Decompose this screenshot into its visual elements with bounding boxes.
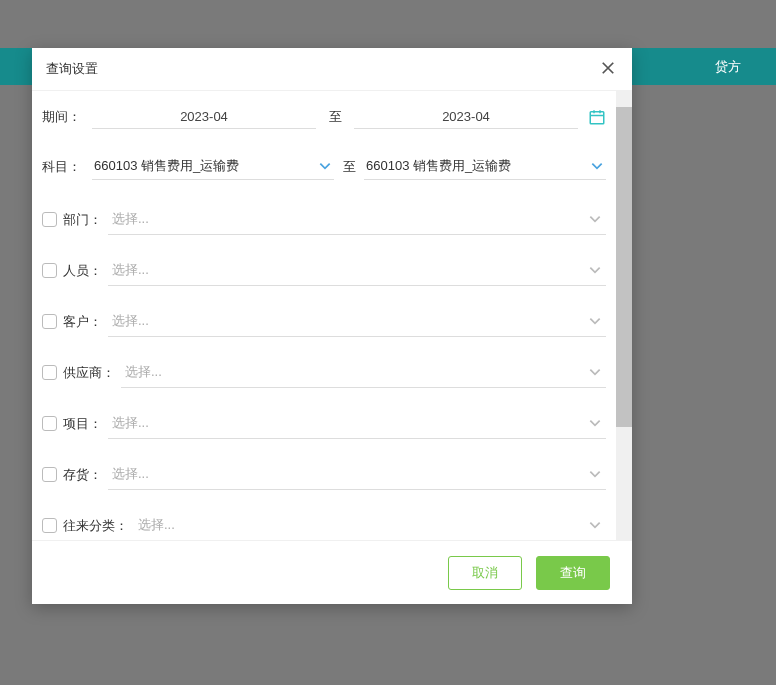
subject-from-select[interactable]: 660103 销售费用_运输费: [92, 153, 334, 180]
chevron-down-icon: [588, 467, 602, 481]
period-from-input[interactable]: 2023-04: [92, 105, 316, 129]
chevron-down-icon: [588, 212, 602, 226]
period-to-label: 至: [316, 108, 354, 126]
filter-select[interactable]: 选择...: [108, 204, 606, 235]
query-button[interactable]: 查询: [536, 556, 610, 590]
subject-to-label: 至: [334, 158, 364, 176]
filter-select[interactable]: 选择...: [134, 510, 606, 540]
filter-placeholder: 选择...: [138, 516, 175, 534]
chevron-down-icon: [588, 314, 602, 328]
filter-row: 存货：选择...: [42, 459, 606, 490]
filter-checkbox[interactable]: [42, 263, 57, 278]
chevron-down-icon: [590, 159, 604, 173]
filter-row: 人员：选择...: [42, 255, 606, 286]
filter-placeholder: 选择...: [112, 210, 149, 228]
subject-row: 科目： 660103 销售费用_运输费 至 660103 销售费用_运输费: [42, 153, 606, 180]
subject-to-select[interactable]: 660103 销售费用_运输费: [364, 153, 606, 180]
filter-checkbox[interactable]: [42, 518, 57, 533]
close-icon[interactable]: [598, 59, 618, 80]
subject-label: 科目：: [42, 158, 92, 176]
filter-select[interactable]: 选择...: [108, 306, 606, 337]
svg-rect-0: [590, 112, 604, 124]
topbar-credit-label: 贷方: [715, 58, 741, 76]
filter-checkbox[interactable]: [42, 416, 57, 431]
query-settings-modal: 查询设置 期间： 2023-04 至 2023-04: [32, 48, 632, 604]
subject-from-value: 660103 销售费用_运输费: [94, 157, 239, 175]
period-label: 期间：: [42, 108, 92, 126]
modal-footer: 取消 查询: [32, 540, 632, 604]
modal-header: 查询设置: [32, 48, 632, 90]
filter-label: 客户：: [63, 313, 102, 331]
filter-checkbox[interactable]: [42, 365, 57, 380]
filter-label: 人员：: [63, 262, 102, 280]
filter-row: 供应商：选择...: [42, 357, 606, 388]
filter-select[interactable]: 选择...: [108, 459, 606, 490]
chevron-down-icon: [588, 518, 602, 532]
period-row: 期间： 2023-04 至 2023-04: [42, 105, 606, 129]
filter-label: 供应商：: [63, 364, 115, 382]
chevron-down-icon: [588, 416, 602, 430]
calendar-icon[interactable]: [588, 108, 606, 126]
filter-label: 项目：: [63, 415, 102, 433]
modal-title: 查询设置: [46, 60, 98, 78]
filter-row: 部门：选择...: [42, 204, 606, 235]
filter-checkbox[interactable]: [42, 212, 57, 227]
filter-select[interactable]: 选择...: [108, 408, 606, 439]
chevron-down-icon: [588, 263, 602, 277]
filter-placeholder: 选择...: [112, 414, 149, 432]
filter-placeholder: 选择...: [112, 261, 149, 279]
chevron-down-icon: [588, 365, 602, 379]
subject-to-value: 660103 销售费用_运输费: [366, 157, 511, 175]
cancel-button[interactable]: 取消: [448, 556, 522, 590]
filter-label: 部门：: [63, 211, 102, 229]
filter-label: 往来分类：: [63, 517, 128, 535]
modal-body: 期间： 2023-04 至 2023-04 科目： 660103 销售费用_运输…: [32, 90, 632, 540]
filter-checkbox[interactable]: [42, 314, 57, 329]
filter-row: 项目：选择...: [42, 408, 606, 439]
scroll-area[interactable]: 期间： 2023-04 至 2023-04 科目： 660103 销售费用_运输…: [32, 91, 616, 540]
filter-select[interactable]: 选择...: [108, 255, 606, 286]
chevron-down-icon: [318, 159, 332, 173]
filter-row: 客户：选择...: [42, 306, 606, 337]
filter-label: 存货：: [63, 466, 102, 484]
filter-row: 往来分类：选择...: [42, 510, 606, 540]
filter-checkbox[interactable]: [42, 467, 57, 482]
filter-select[interactable]: 选择...: [121, 357, 606, 388]
filter-placeholder: 选择...: [125, 363, 162, 381]
scrollbar-thumb[interactable]: [616, 107, 632, 427]
filter-placeholder: 选择...: [112, 312, 149, 330]
period-to-input[interactable]: 2023-04: [354, 105, 578, 129]
filter-placeholder: 选择...: [112, 465, 149, 483]
